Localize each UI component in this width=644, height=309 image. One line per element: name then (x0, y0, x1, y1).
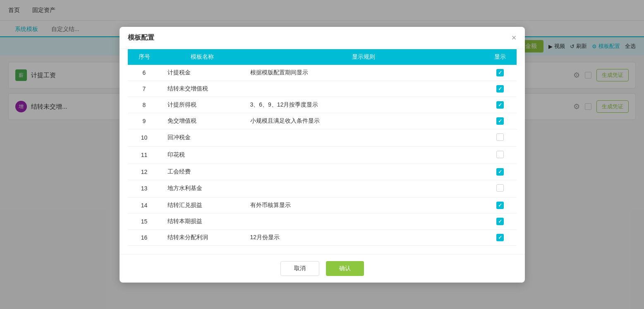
col-header-show: 显示 (484, 49, 517, 65)
modal-footer: 取消 确认 (120, 254, 525, 283)
cell-rule (244, 129, 484, 146)
cell-rule (244, 164, 484, 180)
cell-name: 计提所得税 (161, 97, 244, 113)
modal-title: 模板配置 (128, 33, 154, 42)
checkbox-row-16[interactable] (496, 234, 504, 241)
table-row: 12工会经费 (128, 164, 517, 180)
cell-rule: 12月份显示 (244, 229, 484, 245)
confirm-button[interactable]: 确认 (326, 261, 364, 276)
modal-header: 模板配置 × (120, 27, 525, 49)
cell-name: 地方水利基金 (161, 180, 244, 197)
cell-id: 7 (128, 81, 161, 97)
cell-id: 13 (128, 180, 161, 197)
checkbox-row-8[interactable] (496, 101, 504, 109)
cell-checkbox (484, 81, 517, 97)
cell-checkbox (484, 197, 517, 213)
checkbox-row-6[interactable] (496, 69, 504, 76)
table-row: 11印花税 (128, 146, 517, 164)
cell-name: 结转汇兑损益 (161, 197, 244, 213)
cell-name: 免交增值税 (161, 113, 244, 129)
modal: 模板配置 × 序号 模板名称 显示规则 显示 6计提税金根据模版配置期间显示7结… (120, 27, 525, 283)
checkbox-row-13[interactable] (496, 184, 504, 192)
cell-name: 计提税金 (161, 65, 244, 81)
cell-checkbox (484, 146, 517, 164)
table-row: 16结转未分配利润12月份显示 (128, 229, 517, 245)
checkbox-row-7[interactable] (496, 85, 504, 93)
cell-id: 8 (128, 97, 161, 113)
cell-rule (244, 81, 484, 97)
modal-overlay: 模板配置 × 序号 模板名称 显示规则 显示 6计提税金根据模版配置期间显示7结… (0, 0, 644, 309)
checkbox-row-15[interactable] (496, 218, 504, 225)
cell-rule: 有外币核算显示 (244, 197, 484, 213)
cell-name: 结转未交增值税 (161, 81, 244, 97)
cell-checkbox (484, 129, 517, 146)
cell-id: 14 (128, 197, 161, 213)
col-header-id: 序号 (128, 49, 161, 65)
cell-name: 回冲税金 (161, 129, 244, 146)
col-header-rule: 显示规则 (244, 49, 484, 65)
cell-rule (244, 213, 484, 229)
cell-checkbox (484, 213, 517, 229)
checkbox-row-10[interactable] (496, 133, 504, 141)
cell-name: 结转未分配利润 (161, 229, 244, 245)
cell-id: 16 (128, 229, 161, 245)
cell-checkbox (484, 229, 517, 245)
cell-name: 工会经费 (161, 164, 244, 180)
table-row: 7结转未交增值税 (128, 81, 517, 97)
table-row: 6计提税金根据模版配置期间显示 (128, 65, 517, 81)
cell-checkbox (484, 65, 517, 81)
table-row: 8计提所得税3、6、9、12月按季度显示 (128, 97, 517, 113)
table-row: 15结转本期损益 (128, 213, 517, 229)
cell-checkbox (484, 113, 517, 129)
cell-rule: 3、6、9、12月按季度显示 (244, 97, 484, 113)
cell-name: 印花税 (161, 146, 244, 164)
cell-name: 结转本期损益 (161, 213, 244, 229)
table-row: 13地方水利基金 (128, 180, 517, 197)
col-header-name: 模板名称 (161, 49, 244, 65)
cell-id: 10 (128, 129, 161, 146)
checkbox-row-12[interactable] (496, 168, 504, 176)
modal-body: 序号 模板名称 显示规则 显示 6计提税金根据模版配置期间显示7结转未交增值税8… (120, 49, 525, 254)
table-header-row: 序号 模板名称 显示规则 显示 (128, 49, 517, 65)
cell-id: 9 (128, 113, 161, 129)
cell-id: 15 (128, 213, 161, 229)
cell-id: 6 (128, 65, 161, 81)
checkbox-row-11[interactable] (496, 151, 504, 158)
cell-rule (244, 180, 484, 197)
config-table: 序号 模板名称 显示规则 显示 6计提税金根据模版配置期间显示7结转未交增值税8… (128, 49, 517, 246)
cell-id: 12 (128, 164, 161, 180)
checkbox-row-14[interactable] (496, 202, 504, 209)
table-row: 14结转汇兑损益有外币核算显示 (128, 197, 517, 213)
table-row: 10回冲税金 (128, 129, 517, 146)
table-row: 9免交增值税小规模且满足收入条件显示 (128, 113, 517, 129)
cell-id: 11 (128, 146, 161, 164)
cell-checkbox (484, 97, 517, 113)
cell-checkbox (484, 164, 517, 180)
cancel-button[interactable]: 取消 (280, 261, 319, 276)
cell-rule: 小规模且满足收入条件显示 (244, 113, 484, 129)
cell-rule (244, 146, 484, 164)
checkbox-row-9[interactable] (496, 117, 504, 125)
cell-rule: 根据模版配置期间显示 (244, 65, 484, 81)
cell-checkbox (484, 180, 517, 197)
modal-close-button[interactable]: × (512, 33, 517, 42)
